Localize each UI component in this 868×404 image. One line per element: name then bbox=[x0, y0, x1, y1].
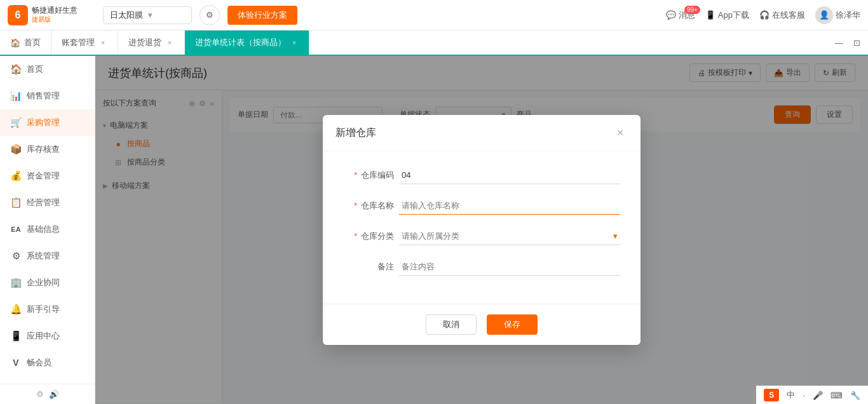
logo-icon: 6 bbox=[8, 5, 28, 25]
tools-icon[interactable]: 🔧 bbox=[850, 391, 860, 400]
sidebar-volume-icon[interactable]: 🔊 bbox=[49, 389, 59, 399]
sidebar-item-home[interactable]: 🏠 首页 bbox=[0, 56, 95, 83]
sidebar-item-enterprise[interactable]: 🏢 企业协同 bbox=[0, 269, 95, 296]
app-center-icon: 📱 bbox=[10, 330, 22, 342]
base-info-icon: EA bbox=[10, 224, 22, 235]
sidebar-item-vip[interactable]: V 畅会员 bbox=[0, 349, 95, 376]
system-icon: ⚙ bbox=[10, 250, 22, 262]
tab-purchase-return-label: 进货退货 bbox=[128, 37, 161, 48]
sidebar-item-system[interactable]: ⚙ 系统管理 bbox=[0, 243, 95, 269]
dot-icon[interactable]: · bbox=[803, 391, 805, 400]
sidebar-item-vip-label: 畅会员 bbox=[27, 357, 51, 368]
form-row-category: * 仓库分类 ▾ bbox=[343, 227, 620, 245]
sidebar: 🏠 首页 📊 销售管理 🛒 采购管理 📦 库存核查 💰 资金管理 📋 经营管理 … bbox=[0, 56, 95, 404]
sidebar-item-purchase-label: 采购管理 bbox=[27, 117, 60, 128]
sidebar-item-guide-label: 新手引导 bbox=[27, 304, 60, 315]
header-center: ⚙ 体验行业方案 bbox=[200, 5, 297, 25]
mic-icon[interactable]: 🎤 bbox=[813, 391, 823, 400]
message-icon: 💬 bbox=[666, 10, 676, 20]
sidebar-item-finance-label: 资金管理 bbox=[27, 170, 60, 182]
header-right: 💬 消息 99+ 📱 App下载 🎧 在线客服 👤 徐泽华 bbox=[666, 6, 860, 24]
sales-icon: 📊 bbox=[10, 90, 22, 102]
app-download-label: App下载 bbox=[718, 10, 749, 21]
username: 徐泽华 bbox=[836, 10, 860, 21]
sidebar-item-home-label: 首页 bbox=[27, 64, 43, 75]
tab-purchase-stats-close-icon[interactable]: × bbox=[290, 38, 299, 47]
avatar: 👤 bbox=[815, 6, 833, 24]
modal-overlay: 新增仓库 × * 仓库编码 * bbox=[95, 56, 868, 404]
modal-new-warehouse: 新增仓库 × * 仓库编码 * bbox=[323, 115, 641, 345]
tab-minimize-icon[interactable]: — bbox=[832, 37, 846, 49]
save-button[interactable]: 保存 bbox=[487, 314, 538, 335]
enterprise-icon: 🏢 bbox=[10, 277, 22, 288]
sidebar-item-system-label: 系统管理 bbox=[27, 250, 60, 262]
headset-icon: 🎧 bbox=[759, 10, 770, 20]
sidebar-item-app-center[interactable]: 📱 应用中心 bbox=[0, 323, 95, 349]
s-logo-icon[interactable]: S bbox=[764, 389, 779, 401]
zh-icon[interactable]: 中 bbox=[787, 389, 795, 401]
store-name: 日太阳膜 bbox=[110, 10, 143, 21]
tab-accounts[interactable]: 账套管理 × bbox=[51, 30, 118, 55]
sidebar-item-sales-label: 销售管理 bbox=[27, 90, 60, 102]
purchase-icon: 🛒 bbox=[10, 117, 22, 128]
sidebar-settings-icon[interactable]: ⚙ bbox=[36, 389, 44, 399]
sidebar-item-base-info-label: 基础信息 bbox=[27, 224, 60, 235]
home-icon: 🏠 bbox=[10, 38, 20, 48]
sidebar-item-inventory-label: 库存核查 bbox=[27, 144, 60, 155]
bottom-bar: S 中 · 🎤 ⌨ 🔧 bbox=[756, 386, 868, 404]
warehouse-name-input[interactable] bbox=[399, 197, 620, 215]
tab-home-label: 首页 bbox=[24, 37, 41, 48]
form-row-name: * 仓库名称 bbox=[343, 197, 620, 215]
guide-icon: 🔔 bbox=[10, 304, 22, 315]
category-label: * 仓库分类 bbox=[343, 231, 394, 242]
tab-accounts-label: 账套管理 bbox=[62, 37, 95, 48]
cancel-button[interactable]: 取消 bbox=[426, 314, 477, 335]
tab-purchase-stats[interactable]: 进货单统计表（按商品） × bbox=[185, 30, 309, 55]
sidebar-item-operations[interactable]: 📋 经营管理 bbox=[0, 189, 95, 216]
user-profile-button[interactable]: 👤 徐泽华 bbox=[815, 6, 860, 24]
operations-icon: 📋 bbox=[10, 197, 22, 208]
remark-label: 备注 bbox=[343, 261, 394, 273]
mobile-icon: 📱 bbox=[705, 10, 715, 20]
keyboard-icon[interactable]: ⌨ bbox=[831, 391, 843, 400]
tab-purchase-stats-label: 进货单统计表（按商品） bbox=[195, 37, 286, 48]
tab-home[interactable]: 🏠 首页 bbox=[0, 30, 51, 55]
sidebar-item-finance[interactable]: 💰 资金管理 bbox=[0, 163, 95, 189]
remark-input[interactable] bbox=[399, 258, 620, 276]
sidebar-item-purchase[interactable]: 🛒 采购管理 bbox=[0, 109, 95, 136]
logo-text: 畅捷通好生意 bbox=[32, 6, 78, 16]
vip-icon: V bbox=[10, 357, 22, 368]
code-label: * 仓库编码 bbox=[343, 170, 394, 181]
modal-body: * 仓库编码 * 仓库名称 bbox=[323, 151, 641, 304]
name-label: * 仓库名称 bbox=[343, 200, 394, 212]
sidebar-item-sales[interactable]: 📊 销售管理 bbox=[0, 83, 95, 109]
sidebar-item-guide[interactable]: 🔔 新手引导 bbox=[0, 296, 95, 323]
warehouse-code-input[interactable] bbox=[399, 166, 620, 184]
tab-purchase-return[interactable]: 进货退货 × bbox=[118, 30, 185, 55]
message-badge: 99+ bbox=[684, 6, 700, 14]
modal-close-icon[interactable]: × bbox=[613, 125, 628, 140]
tab-expand-icon[interactable]: ⊡ bbox=[851, 37, 863, 49]
logo-badge: 捷易版 bbox=[32, 15, 78, 24]
message-button[interactable]: 💬 消息 99+ bbox=[666, 10, 695, 21]
category-select-wrap[interactable]: ▾ bbox=[399, 227, 620, 245]
sidebar-item-base-info[interactable]: EA 基础信息 bbox=[0, 216, 95, 243]
tab-bar: 🏠 首页 账套管理 × 进货退货 × 进货单统计表（按商品） × — ⊡ bbox=[0, 30, 868, 56]
top-header: 6 畅捷通好生意 捷易版 日太阳膜 ▾ ⚙ 体验行业方案 💬 消息 99+ 📱 … bbox=[0, 0, 868, 30]
tab-purchase-return-close-icon[interactable]: × bbox=[165, 38, 174, 47]
home-icon: 🏠 bbox=[10, 64, 22, 75]
modal-footer: 取消 保存 bbox=[323, 304, 641, 345]
category-input[interactable] bbox=[402, 231, 613, 241]
tab-accounts-close-icon[interactable]: × bbox=[98, 38, 107, 47]
main-layout: 🏠 首页 📊 销售管理 🛒 采购管理 📦 库存核查 💰 资金管理 📋 经营管理 … bbox=[0, 56, 868, 404]
app-download-button[interactable]: 📱 App下载 bbox=[705, 10, 749, 21]
online-service-button[interactable]: 🎧 在线客服 bbox=[759, 10, 805, 21]
form-row-code: * 仓库编码 bbox=[343, 166, 620, 184]
sidebar-item-inventory[interactable]: 📦 库存核查 bbox=[0, 136, 95, 163]
online-service-label: 在线客服 bbox=[772, 10, 805, 21]
category-dropdown-icon[interactable]: ▾ bbox=[613, 231, 618, 241]
experience-industry-button[interactable]: 体验行业方案 bbox=[227, 6, 297, 25]
settings-button[interactable]: ⚙ bbox=[200, 5, 220, 25]
store-selector[interactable]: 日太阳膜 ▾ bbox=[103, 6, 192, 24]
inventory-icon: 📦 bbox=[10, 144, 22, 155]
